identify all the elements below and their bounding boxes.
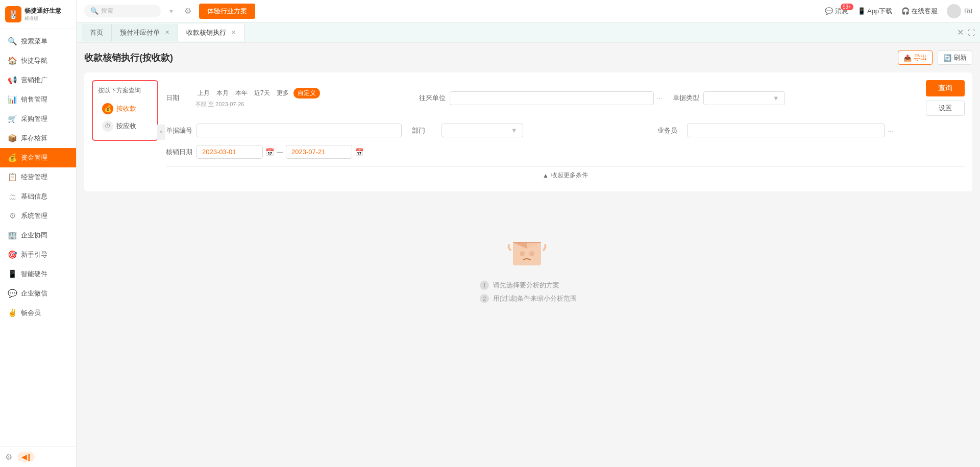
page-actions: 📤 导出 🔄 刷新 bbox=[898, 51, 972, 65]
user-area[interactable]: Rit bbox=[947, 4, 972, 18]
sidebar-item-sales[interactable]: 📊 销售管理 bbox=[0, 90, 76, 109]
partner-input[interactable] bbox=[450, 91, 654, 105]
dept-select[interactable]: ▼ bbox=[442, 124, 523, 137]
date-this-year[interactable]: 本年 bbox=[233, 88, 250, 99]
collapse-sidebar-icon[interactable]: ◀‖ bbox=[17, 452, 35, 462]
salesperson-input[interactable] bbox=[687, 124, 885, 137]
enterprise-icon: 🏢 bbox=[8, 231, 17, 240]
cal-end-icon[interactable]: 📅 bbox=[355, 148, 363, 156]
industry-solution-button[interactable]: 体验行业方案 bbox=[199, 4, 255, 19]
home-icon: 🏠 bbox=[8, 56, 17, 65]
message-badge[interactable]: 💬 消息 99+ bbox=[825, 7, 848, 16]
tab-close-receipt[interactable]: ✕ bbox=[231, 29, 236, 36]
sidebar-menu: 🔍 搜索菜单 🏠 快捷导航 📢 营销推广 📊 销售管理 🛒 采购管理 📦 库存核… bbox=[0, 29, 76, 446]
sidebar-item-search[interactable]: 🔍 搜索菜单 bbox=[0, 32, 76, 51]
refresh-icon: 🔄 bbox=[943, 54, 951, 62]
tip-num-2: 2 bbox=[480, 294, 489, 303]
tabbar: 首页 预付冲应付单 ✕ 收款核销执行 ✕ ✕ ⛶ bbox=[77, 22, 980, 43]
sidebar: 🐰 畅捷通好生意 标准版 🔍 搜索菜单 🏠 快捷导航 📢 营销推广 📊 销售管理… bbox=[0, 0, 77, 467]
sidebar-item-marketing[interactable]: 📢 营销推广 bbox=[0, 70, 76, 90]
filter-by-receipt[interactable]: 💰 按收款 bbox=[98, 100, 152, 117]
collapse-more-button[interactable]: ▲ 收起更多条件 bbox=[166, 166, 965, 184]
date-shortcuts: 上月 本月 本年 近7天 更多 自定义 bbox=[195, 88, 320, 99]
sales-icon: 📊 bbox=[8, 95, 17, 104]
sidebar-item-enterprise[interactable]: 🏢 企业协同 bbox=[0, 226, 76, 245]
filter-settings-button[interactable]: 设置 bbox=[926, 101, 965, 116]
filter-date-field: 日期 上月 本月 本年 近7天 更多 自定义 不限 至 2023-07-26 bbox=[166, 88, 409, 108]
sidebar-item-basic[interactable]: 🗂 基础信息 bbox=[0, 187, 76, 206]
tabbar-expand-icon[interactable]: ⛶ bbox=[968, 29, 975, 37]
export-button[interactable]: 📤 导出 bbox=[898, 51, 933, 65]
sidebar-bottom: ⚙ ◀‖ bbox=[0, 446, 76, 467]
verify-date-start-input[interactable] bbox=[197, 145, 263, 159]
date-last-month[interactable]: 上月 bbox=[195, 88, 212, 99]
doc-no-input[interactable] bbox=[197, 124, 402, 137]
date-7days[interactable]: 近7天 bbox=[252, 88, 272, 99]
empty-icon bbox=[503, 222, 554, 273]
sidebar-item-purchase[interactable]: 🛒 采购管理 bbox=[0, 109, 76, 129]
marketing-icon: 📢 bbox=[8, 76, 17, 85]
filter-verify-date-field: 核销日期 📅 — 📅 bbox=[166, 145, 965, 159]
filter-partner-field: 往来单位 ··· bbox=[419, 91, 662, 105]
sidebar-item-wechat[interactable]: 💬 企业微信 bbox=[0, 284, 76, 303]
sidebar-item-member[interactable]: ✌ 畅会员 bbox=[0, 303, 76, 323]
member-icon: ✌ bbox=[8, 308, 17, 317]
tabbar-actions: ✕ ⛶ bbox=[957, 28, 975, 37]
filter-collapse-button[interactable]: » bbox=[157, 125, 165, 140]
empty-tip-2: 2 用[过滤]条件来缩小分析范围 bbox=[480, 294, 576, 303]
filter-row-2: 单据编号 部门 ▼ 业务员 ··· bbox=[166, 124, 965, 137]
avatar bbox=[947, 4, 961, 18]
salesperson-more-icon[interactable]: ··· bbox=[887, 127, 893, 135]
page-header: 收款核销执行(按收款) 📤 导出 🔄 刷新 bbox=[84, 51, 972, 65]
receivable-icon: ⏱ bbox=[102, 120, 113, 132]
chevron-up-icon: ▲ bbox=[543, 172, 549, 179]
sidebar-item-operation[interactable]: 📋 经营管理 bbox=[0, 167, 76, 187]
guide-icon: 🎯 bbox=[8, 250, 17, 259]
search-icon-topbar: 🔍 bbox=[90, 7, 99, 15]
svg-point-3 bbox=[529, 251, 534, 256]
filter-sidebar: 按以下方案查询 💰 按收款 ⏱ 按应收 bbox=[92, 80, 158, 141]
refresh-button[interactable]: 🔄 刷新 bbox=[938, 51, 972, 65]
tabbar-close-all-icon[interactable]: ✕ bbox=[957, 28, 964, 37]
sidebar-item-system[interactable]: ⚙ 系统管理 bbox=[0, 206, 76, 226]
filter-dept-field: 部门 ▼ bbox=[412, 124, 648, 137]
gear-icon[interactable]: ⚙ bbox=[184, 6, 191, 16]
search-icon: 🔍 bbox=[8, 37, 17, 46]
sidebar-item-guide[interactable]: 🎯 新手引导 bbox=[0, 245, 76, 264]
sidebar-item-inventory[interactable]: 📦 库存核算 bbox=[0, 129, 76, 148]
page-title: 收款核销执行(按收款) bbox=[84, 52, 173, 64]
chevron-down-icon: ▼ bbox=[773, 94, 779, 102]
tab-home[interactable]: 首页 bbox=[82, 24, 112, 41]
date-more[interactable]: 更多 bbox=[275, 88, 291, 99]
app-download-link[interactable]: 📱 App下载 bbox=[857, 7, 892, 16]
sidebar-item-shortcut[interactable]: 🏠 快捷导航 bbox=[0, 51, 76, 70]
empty-state: 1 请先选择要分析的方案 2 用[过滤]条件来缩小分析范围 bbox=[84, 191, 972, 334]
verify-date-range: 📅 — 📅 bbox=[197, 145, 363, 159]
sidebar-item-finance[interactable]: 💰 资金管理 bbox=[0, 148, 76, 167]
export-icon: 📤 bbox=[903, 54, 912, 62]
query-button[interactable]: 查询 bbox=[926, 80, 965, 96]
content-area: 收款核销执行(按收款) 📤 导出 🔄 刷新 按以下方案查询 💰 bbox=[77, 43, 980, 467]
cal-start-icon[interactable]: 📅 bbox=[265, 148, 274, 156]
message-icon: 💬 bbox=[825, 7, 833, 15]
verify-date-end-input[interactable] bbox=[286, 145, 352, 159]
filter-by-receivable[interactable]: ⏱ 按应收 bbox=[98, 117, 152, 135]
online-service-link[interactable]: 🎧 在线客服 bbox=[901, 7, 938, 16]
date-this-month[interactable]: 本月 bbox=[214, 88, 231, 99]
tab-receipt-verify[interactable]: 收款核销执行 ✕ bbox=[178, 24, 244, 41]
date-custom[interactable]: 自定义 bbox=[293, 88, 320, 99]
doc-type-select[interactable]: ▼ bbox=[703, 91, 785, 105]
topbar-right: 💬 消息 99+ 📱 App下载 🎧 在线客服 Rit bbox=[825, 4, 972, 18]
tab-prepay[interactable]: 预付冲应付单 ✕ bbox=[112, 24, 178, 41]
sidebar-item-hardware[interactable]: 📱 智能硬件 bbox=[0, 264, 76, 284]
wechat-icon: 💬 bbox=[8, 289, 17, 298]
topbar: 🔍 搜索 ▼ ⚙ 体验行业方案 💬 消息 99+ 📱 App下载 🎧 在线客服 … bbox=[77, 0, 980, 22]
empty-tips: 1 请先选择要分析的方案 2 用[过滤]条件来缩小分析范围 bbox=[480, 281, 576, 303]
filter-action-col: 查询 设置 bbox=[926, 80, 965, 116]
tab-close-prepay[interactable]: ✕ bbox=[165, 29, 169, 36]
logo-icon: 🐰 bbox=[5, 6, 21, 22]
topbar-search[interactable]: 🔍 搜索 bbox=[84, 5, 161, 17]
settings-icon[interactable]: ⚙ bbox=[5, 452, 12, 462]
partner-more-icon[interactable]: ··· bbox=[656, 94, 663, 102]
operation-icon: 📋 bbox=[8, 173, 17, 182]
